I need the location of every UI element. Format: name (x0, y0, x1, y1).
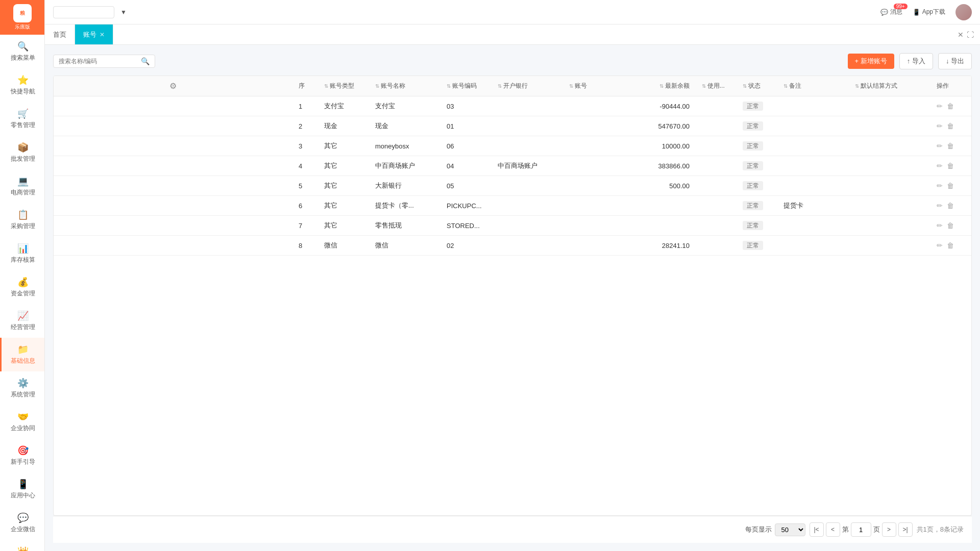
wechat-icon: 💬 (17, 512, 29, 523)
edit-button-0[interactable]: ✏ (937, 102, 943, 110)
add-account-button[interactable]: + 新增账号 (848, 54, 894, 69)
delete-button-5[interactable]: 🗑 (947, 202, 954, 210)
tab-account-close[interactable]: ✕ (100, 31, 105, 38)
row-default-2 (849, 136, 930, 156)
sidebar-item-wechat[interactable]: 💬 企业微信 (0, 506, 44, 540)
sidebar-item-finance[interactable]: 💰 资金管理 (0, 270, 44, 304)
row-account-3 (563, 156, 634, 176)
first-page-button[interactable]: |< (810, 522, 824, 537)
sidebar-item-enterprise[interactable]: 🤝 企业协同 (0, 405, 44, 439)
delete-button-4[interactable]: 🗑 (947, 182, 954, 190)
edit-button-6[interactable]: ✏ (937, 221, 943, 230)
tab-close-icon[interactable]: ✕ (958, 31, 964, 39)
page-number-input[interactable] (851, 522, 871, 537)
tab-maximize-icon[interactable]: ⛶ (967, 31, 974, 39)
accounts-table: ⚙ 序 账号类型 账号名称 账号编码 开户银行 账号 最新余额 使用... 状态… (54, 76, 971, 256)
sidebar-item-system[interactable]: ⚙️ 系统管理 (0, 371, 44, 405)
sidebar-item-wholesale[interactable]: 📦 批发管理 (0, 136, 44, 169)
edit-button-2[interactable]: ✏ (937, 142, 943, 150)
col-settings[interactable]: ⚙ (54, 76, 292, 96)
topbar-app-download[interactable]: 📱 App下载 (913, 8, 945, 16)
row-code-6: STORED... (440, 216, 492, 236)
delete-button-1[interactable]: 🗑 (947, 122, 954, 130)
per-page-select[interactable]: 50 20 100 (775, 523, 805, 536)
col-status[interactable]: 状态 (737, 76, 777, 96)
row-code-2: 06 (440, 136, 492, 156)
sidebar-item-appstore[interactable]: 📱 应用中心 (0, 472, 44, 506)
col-action: 操作 (930, 76, 971, 96)
sidebar-label-enterprise: 企业协同 (11, 424, 35, 433)
delete-button-3[interactable]: 🗑 (947, 162, 954, 170)
tab-home-label: 首页 (53, 30, 66, 39)
delete-button-2[interactable]: 🗑 (947, 142, 954, 150)
topbar-message[interactable]: 💬 消息 99+ (880, 8, 902, 16)
col-name[interactable]: 账号名称 (369, 76, 440, 96)
sidebar-item-inventory[interactable]: 📊 库存核算 (0, 237, 44, 270)
edit-button-3[interactable]: ✏ (937, 162, 943, 170)
table-row: 7 其它 零售抵现 STORED... 正常 ✏ 🗑 (54, 216, 971, 236)
delete-button-7[interactable]: 🗑 (947, 241, 954, 249)
row-default-6 (849, 216, 930, 236)
sidebar-item-retail[interactable]: 🛒 零售管理 (0, 102, 44, 136)
col-bank[interactable]: 开户银行 (492, 76, 563, 96)
row-account-5 (563, 196, 634, 216)
row-type-1: 现金 (318, 116, 369, 136)
edit-button-1[interactable]: ✏ (937, 122, 943, 130)
next-page-button[interactable]: > (882, 522, 896, 537)
row-no-6: 7 (292, 216, 318, 236)
sidebar-item-newbie[interactable]: 🎯 新手引导 (0, 439, 44, 472)
row-remark-7 (777, 236, 849, 256)
accounts-table-container: ⚙ 序 账号类型 账号名称 账号编码 开户银行 账号 最新余额 使用... 状态… (53, 76, 972, 516)
row-account-0 (563, 96, 634, 116)
col-usage[interactable]: 使用... (696, 76, 737, 96)
row-bank-7 (492, 236, 563, 256)
tab-home[interactable]: 首页 (45, 24, 75, 44)
sidebar-item-search[interactable]: 🔍 搜索菜单 (0, 35, 44, 68)
page-label: 第 (842, 525, 849, 534)
col-balance[interactable]: 最新余额 (634, 76, 696, 96)
row-bank-0 (492, 96, 563, 116)
col-account[interactable]: 账号 (563, 76, 634, 96)
tab-account[interactable]: 账号 ✕ (75, 24, 113, 44)
sidebar-item-ecommerce[interactable]: 💻 电商管理 (0, 169, 44, 203)
topbar-search-input[interactable] (53, 6, 114, 18)
row-usage-5 (696, 196, 737, 216)
edit-button-7[interactable]: ✏ (937, 241, 943, 249)
row-no-4: 5 (292, 176, 318, 196)
topbar-dropdown[interactable]: ▼ (120, 9, 127, 16)
topbar-search-area (53, 6, 114, 18)
tabbar: 首页 账号 ✕ ✕ ⛶ (45, 24, 980, 45)
row-status-3: 正常 (737, 156, 777, 176)
row-action-0: ✏ 🗑 (930, 96, 971, 116)
sidebar-item-purchase[interactable]: 📋 采购管理 (0, 203, 44, 237)
delete-button-6[interactable]: 🗑 (947, 221, 954, 230)
sidebar-item-quicknav[interactable]: ⭐ 快捷导航 (0, 68, 44, 102)
prev-page-button[interactable]: < (826, 522, 840, 537)
col-type[interactable]: 账号类型 (318, 76, 369, 96)
row-default-0 (849, 96, 930, 116)
import-button[interactable]: ↑ 导入 (899, 53, 933, 69)
table-header-row: ⚙ 序 账号类型 账号名称 账号编码 开户银行 账号 最新余额 使用... 状态… (54, 76, 971, 96)
sidebar-item-operations[interactable]: 📈 经营管理 (0, 304, 44, 338)
sidebar-label-search: 搜索菜单 (11, 54, 35, 62)
topbar: ▼ 💬 消息 99+ 📱 App下载 (45, 0, 980, 24)
sidebar-label-appstore: 应用中心 (11, 491, 35, 500)
col-default[interactable]: 默认结算方式 (849, 76, 930, 96)
delete-button-0[interactable]: 🗑 (947, 102, 954, 110)
search-input[interactable] (59, 58, 138, 65)
col-code[interactable]: 账号编码 (440, 76, 492, 96)
sidebar-item-member[interactable]: 👑 畅会员 (0, 540, 44, 551)
row-usage-2 (696, 136, 737, 156)
export-button[interactable]: ↓ 导出 (938, 53, 972, 69)
sidebar-item-basic[interactable]: 📁 基础信息 (0, 338, 44, 371)
row-type-2: 其它 (318, 136, 369, 156)
edit-button-5[interactable]: ✏ (937, 202, 943, 210)
edit-button-4[interactable]: ✏ (937, 182, 943, 190)
last-page-button[interactable]: >| (898, 522, 913, 537)
row-settings-6 (54, 216, 292, 236)
row-no-5: 6 (292, 196, 318, 216)
sidebar-label-basic: 基础信息 (11, 357, 35, 365)
col-remark[interactable]: 备注 (777, 76, 849, 96)
sidebar-label-finance: 资金管理 (11, 289, 35, 298)
user-avatar[interactable] (955, 4, 972, 20)
